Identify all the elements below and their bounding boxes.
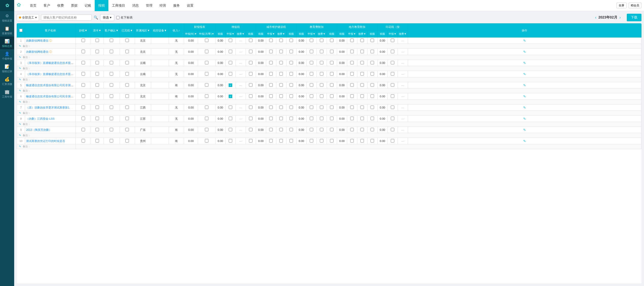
ledu-tax-cell[interactable] (367, 138, 377, 144)
next-month-button[interactable]: › (619, 15, 621, 20)
filed-cell[interactable] (120, 38, 135, 44)
customer-name-link[interactable]: （原）误删勿改李楚牙测试斯赛新1 (26, 106, 69, 109)
nav-home[interactable]: 首页 (26, 0, 40, 11)
city-declare-checkbox[interactable] (269, 139, 273, 142)
city-waiver-checkbox[interactable] (279, 39, 283, 42)
stamp-declare-checkbox[interactable] (391, 128, 394, 131)
ledu-tax-checkbox[interactable] (370, 61, 374, 64)
city-tax-checkbox[interactable] (289, 139, 293, 142)
prev-month-button[interactable]: ‹ (595, 15, 596, 20)
ledu-tax-cell[interactable] (367, 49, 377, 55)
edit-icon[interactable]: ✎ (523, 50, 526, 54)
edu-waiver-cell[interactable] (317, 82, 327, 88)
ledu-tax-checkbox[interactable] (370, 72, 374, 76)
stamp-declare-checkbox[interactable] (391, 94, 394, 98)
city-declare-cell[interactable] (266, 104, 276, 111)
declare-year-cell[interactable] (198, 60, 215, 66)
city-tax-cell[interactable] (286, 38, 296, 44)
city-tax-checkbox[interactable] (289, 83, 293, 87)
card-cell[interactable] (91, 60, 104, 66)
edu-waiver-checkbox[interactable] (320, 50, 323, 53)
city-declare-checkbox[interactable] (269, 105, 273, 109)
declare-year-cell[interactable] (198, 138, 215, 144)
ledu-waiver-cell[interactable] (357, 93, 367, 100)
vat-declare-checkbox[interactable] (229, 50, 232, 53)
ledu-declare-checkbox[interactable] (350, 61, 354, 64)
city-declare-cell[interactable] (266, 138, 276, 144)
tax-type-checkbox[interactable] (82, 94, 85, 98)
vat-tax-cell[interactable] (246, 104, 256, 111)
ledu-waiver-cell[interactable] (357, 49, 367, 55)
customer-name-link[interactable]: （库存核算）直播畅捷通信息技术股份有限... (26, 73, 76, 76)
ledu-waiver-checkbox[interactable] (360, 105, 364, 109)
ledu-waiver-cell[interactable] (357, 127, 367, 133)
tax-type-cell[interactable] (76, 49, 91, 55)
city-waiver-checkbox[interactable] (279, 94, 283, 98)
declare-year-cell[interactable] (198, 104, 215, 111)
ledu-declare-cell[interactable] (347, 82, 357, 88)
edu-declare-checkbox[interactable] (310, 50, 313, 53)
city-waiver-cell[interactable] (276, 82, 286, 88)
ledu-waiver-cell[interactable] (357, 104, 367, 111)
declare-year-checkbox[interactable] (205, 39, 208, 42)
city-declare-checkbox[interactable] (269, 94, 273, 98)
ledu-tax-cell[interactable] (367, 60, 377, 66)
ledu-waiver-checkbox[interactable] (360, 50, 364, 53)
city-declare-checkbox[interactable] (269, 72, 273, 76)
ledu-tax-checkbox[interactable] (370, 105, 374, 109)
declare-year-cell[interactable] (198, 127, 215, 133)
confirm-cell[interactable] (104, 93, 120, 100)
filed-checkbox[interactable] (125, 128, 129, 131)
city-waiver-cell[interactable] (276, 127, 286, 133)
edu-declare-cell[interactable] (306, 93, 317, 100)
card-cell[interactable] (91, 93, 104, 100)
edu-tax-checkbox[interactable] (330, 139, 334, 142)
edu-tax-cell[interactable] (327, 60, 337, 66)
edu-tax-checkbox[interactable] (330, 61, 334, 64)
vat-declare-cell[interactable] (225, 138, 236, 144)
city-declare-cell[interactable] (266, 38, 276, 44)
ledu-tax-checkbox[interactable] (370, 117, 374, 120)
city-tax-cell[interactable] (286, 138, 296, 144)
city-declare-cell[interactable] (266, 71, 276, 77)
edit-remark-icon[interactable]: ✎ (19, 45, 21, 47)
filed-cell[interactable] (120, 127, 135, 133)
card-checkbox[interactable] (95, 128, 99, 131)
nav-invoice[interactable]: 票据 (67, 0, 81, 11)
stamp-declare-cell[interactable] (387, 93, 398, 100)
edu-waiver-cell[interactable] (317, 116, 327, 122)
edu-declare-cell[interactable] (306, 82, 317, 88)
ledu-waiver-checkbox[interactable] (360, 61, 364, 64)
edit-remark-icon[interactable]: ✎ (19, 145, 21, 148)
declare-year-checkbox[interactable] (205, 83, 208, 87)
nav-tax[interactable]: 报税 (95, 0, 108, 11)
tax-type-checkbox[interactable] (82, 39, 85, 42)
ledu-tax-cell[interactable] (367, 116, 377, 122)
customer-name-link[interactable]: 畅捷通信息技术股份有限公司民非测试 (26, 95, 73, 98)
ledu-declare-cell[interactable] (347, 138, 357, 144)
confirm-checkbox[interactable] (110, 50, 113, 53)
tax-type-cell[interactable] (76, 82, 91, 88)
edu-tax-cell[interactable] (327, 38, 337, 44)
sidebar-item-tax-record[interactable]: 📝 报税记录 (0, 62, 14, 75)
city-tax-checkbox[interactable] (289, 50, 293, 53)
tax-type-cell[interactable] (76, 93, 91, 100)
member-button[interactable]: 稻会员 (629, 3, 641, 8)
nav-manage[interactable]: 管理 (142, 0, 156, 11)
edu-declare-cell[interactable] (306, 127, 317, 133)
vat-declare-checkbox[interactable] (229, 39, 232, 42)
ledu-declare-cell[interactable] (347, 127, 357, 133)
ledu-declare-cell[interactable] (347, 104, 357, 111)
edu-declare-cell[interactable] (306, 116, 317, 122)
card-checkbox[interactable] (95, 105, 99, 109)
tax-type-checkbox[interactable] (82, 139, 85, 142)
confirm-checkbox[interactable] (110, 139, 113, 142)
nav-service[interactable]: 服务 (170, 0, 183, 11)
vat-tax-checkbox[interactable] (249, 50, 252, 53)
edu-tax-cell[interactable] (327, 71, 337, 77)
city-tax-checkbox[interactable] (289, 94, 293, 98)
edu-declare-cell[interactable] (306, 60, 317, 66)
ledu-tax-checkbox[interactable] (370, 94, 374, 98)
city-waiver-cell[interactable] (276, 49, 286, 55)
vat-tax-checkbox[interactable] (249, 117, 252, 120)
